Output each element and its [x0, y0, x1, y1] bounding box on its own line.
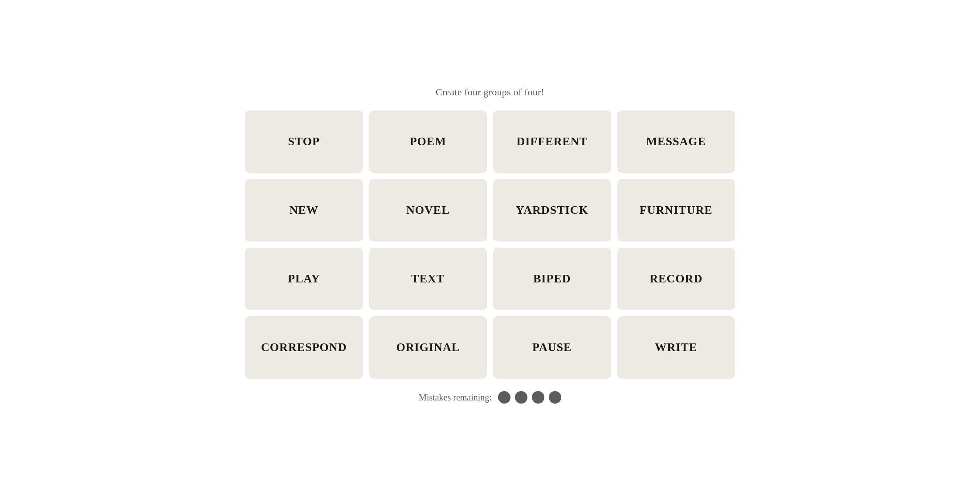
word-text-text: TEXT	[411, 272, 445, 286]
mistake-dot-4	[549, 391, 561, 404]
word-card-write[interactable]: WRITE	[617, 316, 735, 379]
word-text-biped: BIPED	[533, 272, 571, 286]
word-card-original[interactable]: ORIGINAL	[369, 316, 487, 379]
word-card-play[interactable]: PLAY	[245, 248, 363, 310]
word-grid: STOPPOEMDIFFERENTMESSAGENEWNOVELYARDSTIC…	[245, 110, 735, 379]
word-text-novel: NOVEL	[406, 204, 450, 217]
word-text-record: RECORD	[649, 272, 702, 286]
word-text-different: DIFFERENT	[516, 135, 588, 148]
word-card-furniture[interactable]: FURNITURE	[617, 179, 735, 241]
word-card-yardstick[interactable]: YARDSTICK	[493, 179, 611, 241]
game-container: Create four groups of four! STOPPOEMDIFF…	[245, 86, 735, 404]
word-text-furniture: FURNITURE	[640, 204, 713, 217]
word-card-correspond[interactable]: CORRESPOND	[245, 316, 363, 379]
word-text-message: MESSAGE	[646, 135, 706, 148]
word-card-text[interactable]: TEXT	[369, 248, 487, 310]
word-card-pause[interactable]: PAUSE	[493, 316, 611, 379]
word-card-different[interactable]: DIFFERENT	[493, 110, 611, 173]
subtitle: Create four groups of four!	[436, 86, 544, 98]
word-card-biped[interactable]: BIPED	[493, 248, 611, 310]
word-text-write: WRITE	[655, 341, 697, 354]
mistakes-label: Mistakes remaining:	[419, 392, 492, 403]
word-text-play: PLAY	[288, 272, 320, 286]
word-text-original: ORIGINAL	[396, 341, 460, 354]
word-text-correspond: CORRESPOND	[261, 341, 347, 354]
word-text-pause: PAUSE	[532, 341, 572, 354]
word-card-record[interactable]: RECORD	[617, 248, 735, 310]
word-text-poem: POEM	[410, 135, 446, 148]
mistakes-dots	[498, 391, 561, 404]
word-card-poem[interactable]: POEM	[369, 110, 487, 173]
mistake-dot-2	[515, 391, 527, 404]
word-card-new[interactable]: NEW	[245, 179, 363, 241]
word-card-novel[interactable]: NOVEL	[369, 179, 487, 241]
mistake-dot-3	[532, 391, 544, 404]
word-text-yardstick: YARDSTICK	[516, 204, 588, 217]
mistake-dot-1	[498, 391, 510, 404]
word-text-new: NEW	[290, 204, 318, 217]
mistakes-section: Mistakes remaining:	[419, 391, 561, 404]
word-card-stop[interactable]: STOP	[245, 110, 363, 173]
word-text-stop: STOP	[288, 135, 320, 148]
word-card-message[interactable]: MESSAGE	[617, 110, 735, 173]
